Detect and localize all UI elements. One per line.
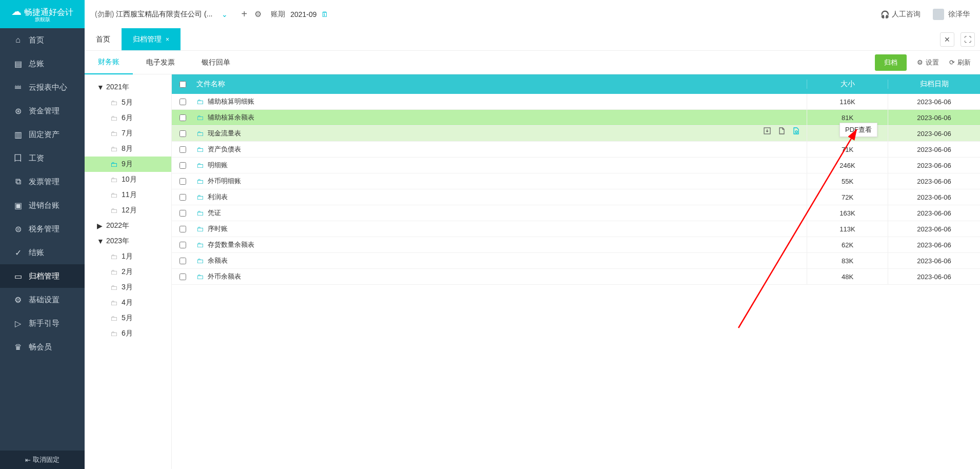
gear-icon[interactable]: ⚙: [254, 9, 262, 19]
folder-icon: 🗀: [110, 191, 117, 199]
sidebar-item-0[interactable]: ⌂首页: [0, 28, 85, 52]
refresh-link[interactable]: ⟳刷新: [949, 58, 971, 67]
sidebar-item-5[interactable]: 囗工资: [0, 146, 85, 170]
download-excel-icon[interactable]: [763, 126, 772, 135]
file-size: 48K: [807, 269, 888, 284]
file-name: 序时账: [208, 224, 228, 233]
tree-month[interactable]: 🗀5月: [85, 310, 171, 326]
row-checkbox[interactable]: [179, 114, 186, 121]
archive-date: 2023-06-06: [888, 110, 980, 125]
tree-month[interactable]: 🗀2月: [85, 264, 171, 280]
file-name: 存货数量余额表: [208, 240, 254, 249]
tree-month[interactable]: 🗀6月: [85, 326, 171, 341]
row-checkbox[interactable]: [179, 258, 186, 264]
select-all-checkbox[interactable]: [179, 81, 186, 88]
folder-icon: 🗀: [110, 329, 117, 338]
subtabs: 财务账 电子发票 银行回单 归档 ⚙设置 ⟳刷新: [85, 51, 980, 74]
table-row[interactable]: 🗀序时账113K2023-06-06: [172, 221, 980, 237]
avatar: [933, 9, 944, 20]
table-row[interactable]: 🗀外币明细账55K2023-06-06: [172, 173, 980, 189]
nav-icon: ▤: [13, 59, 23, 69]
sidebar-item-2[interactable]: ⩸云报表中心: [0, 75, 85, 99]
tree-month[interactable]: 🗀11月: [85, 187, 171, 203]
view-pdf-icon[interactable]: [791, 126, 801, 135]
sidebar-item-10[interactable]: ▭归档管理: [0, 264, 85, 288]
sidebar-item-3[interactable]: ⊛资金管理: [0, 99, 85, 123]
settings-link[interactable]: ⚙设置: [917, 58, 939, 67]
sidebar-item-7[interactable]: ▣进销台账: [0, 193, 85, 217]
subtab-finance[interactable]: 财务账: [85, 51, 133, 74]
close-all-tabs[interactable]: ✕: [940, 32, 954, 47]
gear-icon: ⚙: [917, 58, 923, 66]
period-value[interactable]: 2021-09: [290, 10, 316, 18]
archive-date: 2023-06-06: [888, 205, 980, 221]
tree-month[interactable]: 🗀12月: [85, 203, 171, 218]
archive-button[interactable]: 归档: [875, 54, 907, 71]
download-pdf-icon[interactable]: [777, 126, 786, 135]
tree-month[interactable]: 🗀5月: [85, 95, 171, 110]
sidebar-item-12[interactable]: ▷新手引导: [0, 311, 85, 335]
table-row[interactable]: 🗀余额表83K2023-06-06: [172, 253, 980, 269]
sidebar-item-8[interactable]: ⊜税务管理: [0, 217, 85, 241]
sidebar-item-11[interactable]: ⚙基础设置: [0, 288, 85, 311]
user-menu[interactable]: 徐泽华: [933, 9, 970, 20]
tree-month[interactable]: 🗀4月: [85, 295, 171, 310]
row-checkbox[interactable]: [179, 130, 186, 137]
sidebar-item-6[interactable]: ⧉发票管理: [0, 170, 85, 193]
company-name[interactable]: 江西服宝精品有限责任公司 (...: [116, 10, 212, 19]
tree-month[interactable]: 🗀10月: [85, 172, 171, 187]
archive-date: 2023-06-06: [888, 142, 980, 157]
nav-icon: ▷: [13, 319, 23, 328]
tree-year[interactable]: ▶2022年: [85, 218, 171, 233]
row-checkbox[interactable]: [179, 178, 186, 185]
table-row[interactable]: 🗀利润表72K2023-06-06: [172, 189, 980, 205]
table-row[interactable]: 🗀辅助核算明细账116K2023-06-06: [172, 94, 980, 110]
add-icon[interactable]: +: [241, 8, 247, 20]
sidebar-footer-toggle[interactable]: ⇤ 取消固定: [0, 451, 85, 469]
row-checkbox[interactable]: [179, 273, 186, 280]
sidebar-item-9[interactable]: ✓结账: [0, 241, 85, 264]
table-row[interactable]: 🗀资产负债表71K2023-06-06: [172, 142, 980, 158]
subtab-bank[interactable]: 银行回单: [188, 51, 244, 74]
tree-month[interactable]: 🗀3月: [85, 280, 171, 295]
tree-month[interactable]: 🗀6月: [85, 110, 171, 126]
support-link[interactable]: 🎧人工咨询: [881, 10, 921, 19]
table-row[interactable]: 🗀明细账246K2023-06-06: [172, 158, 980, 173]
caret-right-icon: ▶: [97, 222, 102, 230]
folder-icon: 🗀: [196, 145, 204, 153]
nav-icon: 囗: [13, 153, 23, 164]
row-checkbox[interactable]: [179, 99, 186, 105]
subtab-einvoice[interactable]: 电子发票: [133, 51, 188, 74]
tab-home[interactable]: 首页: [85, 28, 122, 50]
chevron-down-icon[interactable]: ⌄: [222, 10, 228, 18]
tooltip: PDF查看: [839, 123, 877, 137]
folder-icon: 🗀: [110, 268, 117, 276]
close-icon[interactable]: ×: [166, 36, 169, 43]
calendar-icon[interactable]: 🗓: [321, 10, 328, 18]
tree-month[interactable]: 🗀1月: [85, 249, 171, 264]
sidebar-item-13[interactable]: ♛畅会员: [0, 335, 85, 359]
row-checkbox[interactable]: [179, 210, 186, 217]
tab-archive[interactable]: 归档管理×: [122, 28, 181, 50]
table-row[interactable]: 🗀外币余额表48K2023-06-06: [172, 269, 980, 285]
tree-year[interactable]: ▼2023年: [85, 233, 171, 249]
row-checkbox[interactable]: [179, 146, 186, 153]
table-row[interactable]: 🗀凭证163K2023-06-06: [172, 205, 980, 221]
year-tree: ▼2021年🗀5月🗀6月🗀7月🗀8月🗀9月🗀10月🗀11月🗀12月▶2022年▼…: [85, 74, 172, 469]
file-name: 现金流量表: [208, 129, 241, 138]
sidebar-item-1[interactable]: ▤总账: [0, 52, 85, 75]
folder-icon: 🗀: [110, 129, 117, 138]
tree-year[interactable]: ▼2021年: [85, 80, 171, 95]
fullscreen-icon[interactable]: ⛶: [961, 32, 975, 47]
row-checkbox[interactable]: [179, 242, 186, 248]
table-row[interactable]: 🗀存货数量余额表62K2023-06-06: [172, 237, 980, 253]
tree-month[interactable]: 🗀7月: [85, 126, 171, 141]
nav-icon: ⧉: [13, 177, 23, 186]
nav-icon: ♛: [13, 342, 23, 352]
row-checkbox[interactable]: [179, 226, 186, 232]
sidebar-item-4[interactable]: ▥固定资产: [0, 123, 85, 146]
row-checkbox[interactable]: [179, 194, 186, 201]
tree-month[interactable]: 🗀8月: [85, 141, 171, 157]
tree-month[interactable]: 🗀9月: [85, 157, 171, 172]
row-checkbox[interactable]: [179, 162, 186, 169]
